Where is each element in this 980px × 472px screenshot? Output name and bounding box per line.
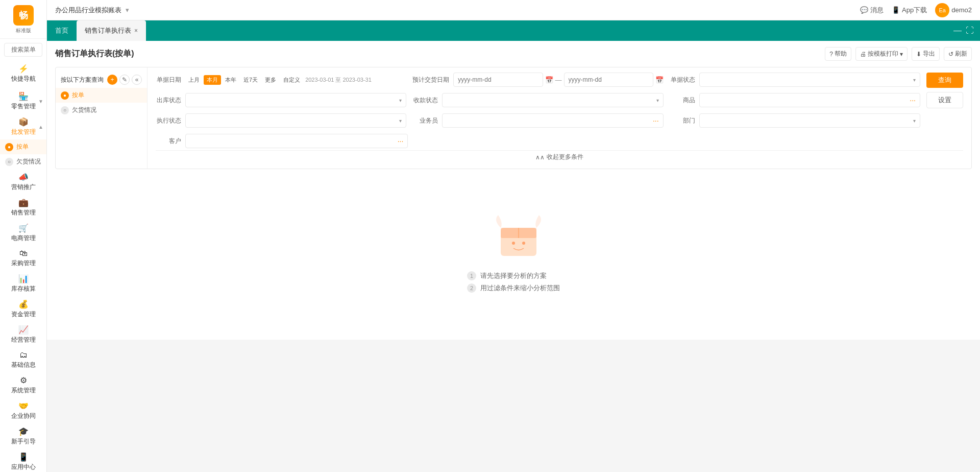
scheme-arrears-label: 欠货情况 <box>72 106 96 114</box>
empty-step-1: 1 请先选择要分析的方案 <box>467 271 560 280</box>
sidebar-item-quick-nav[interactable]: ⚡ 快捷导航 <box>0 61 46 86</box>
sidebar-item-system[interactable]: ⚙ 系统管理 <box>0 372 46 398</box>
edit-scheme-button[interactable]: ✎ <box>119 75 130 85</box>
operation-icon: 📈 <box>18 325 29 335</box>
header-right: 💬 消息 📱 App下载 Ea demo2 <box>860 3 972 17</box>
basic-icon: 🗂 <box>19 350 28 360</box>
tab-minimize-button[interactable]: — <box>953 26 962 35</box>
print-label: 按模板打印 <box>868 50 898 58</box>
filter-exec-status-field: 执行状态 ▾ <box>156 113 406 128</box>
sidebar-item-enterprise[interactable]: 🤝 企业协同 <box>0 398 46 423</box>
page-inner: 销售订单执行表(按单) ? 帮助 🖨 按模板打印 ▾ ⬇ 导出 <box>47 41 980 340</box>
tab-home-label: 首页 <box>55 26 68 35</box>
sub-order-label: 按单 <box>16 143 29 151</box>
calendar-end-icon[interactable]: 📅 <box>655 76 664 84</box>
refresh-button[interactable]: ↺ 刷新 <box>944 47 972 61</box>
system-label: 系统管理 <box>11 386 36 395</box>
settings-button[interactable]: 设置 <box>926 92 963 108</box>
sidebar-item-inventory[interactable]: 📊 库存核算 <box>0 271 46 296</box>
empty-state: 1 请先选择要分析的方案 2 用过滤条件来缩小分析范围 <box>55 169 972 334</box>
tab-close-icon[interactable]: × <box>134 27 138 34</box>
newbie-icon: 🎓 <box>18 427 29 436</box>
sidebar-item-appstore[interactable]: 📱 应用中心 <box>0 449 46 472</box>
date-dash: — <box>555 76 562 84</box>
page-title: 销售订单执行表(按单) <box>55 49 134 59</box>
out-status-select[interactable]: ▾ <box>185 93 406 107</box>
collapse-more-button[interactable]: ∧∧ 收起更多条件 <box>535 153 583 161</box>
sidebar-item-ecommerce[interactable]: 🛒 电商管理 <box>0 220 46 246</box>
salesperson-more-icon[interactable]: ··· <box>653 116 659 125</box>
exec-status-select[interactable]: ▾ <box>185 113 406 128</box>
export-button[interactable]: ⬇ 导出 <box>912 47 940 61</box>
expected-date-end-input[interactable] <box>564 73 653 87</box>
tab-fullscreen-button[interactable]: ⛶ <box>966 26 974 35</box>
message-action[interactable]: 💬 消息 <box>860 6 884 15</box>
breadcrumb-arrow[interactable]: ▾ <box>126 6 129 14</box>
product-more-icon[interactable]: ··· <box>910 96 916 104</box>
expected-date-label: 预计交货日期 <box>412 76 449 84</box>
salesperson-select[interactable]: ··· <box>442 113 663 128</box>
filter-out-status-field: 出库状态 ▾ <box>156 93 406 107</box>
user-profile-action[interactable]: Ea demo2 <box>935 3 972 17</box>
sidebar-item-retail[interactable]: 🏪 零售管理 ▼ <box>0 88 46 114</box>
scheme-arrears-item[interactable]: ○ 欠货情况 <box>56 103 147 117</box>
inventory-icon: 📊 <box>18 274 29 284</box>
date-tab-this-year[interactable]: 本年 <box>222 75 239 85</box>
filter-row-2: 出库状态 ▾ 收款状态 <box>156 93 920 107</box>
empty-svg <box>488 210 549 261</box>
export-icon: ⬇ <box>916 51 921 58</box>
tab-bar-actions: — ⛶ <box>953 26 980 35</box>
scheme-order-item[interactable]: ● 按单 <box>56 88 147 103</box>
sidebar-item-purchase[interactable]: 🛍 采购管理 <box>0 246 46 271</box>
search-button[interactable]: 查询 <box>926 73 963 88</box>
app-download-action[interactable]: 📱 App下载 <box>892 6 927 15</box>
customer-more-icon[interactable]: ··· <box>398 137 404 145</box>
marketing-icon: 📣 <box>18 172 29 182</box>
print-button[interactable]: 🖨 按模板打印 ▾ <box>855 47 908 61</box>
product-select[interactable]: ··· <box>699 93 920 107</box>
app-logo-icon: 畅 <box>13 5 34 26</box>
date-tab-more[interactable]: 更多 <box>262 75 279 85</box>
dept-select[interactable]: ▾ <box>699 113 920 128</box>
tab-sales-order[interactable]: 销售订单执行表 × <box>77 20 146 41</box>
page-title-row: 销售订单执行表(按单) ? 帮助 🖨 按模板打印 ▾ ⬇ 导出 <box>55 47 972 61</box>
sidebar-item-operation[interactable]: 📈 经营管理 <box>0 322 46 347</box>
search-menu-button[interactable]: 搜索菜单 <box>4 43 42 57</box>
purchase-icon: 🛍 <box>19 249 28 258</box>
sidebar-item-sales[interactable]: 💼 销售管理 <box>0 195 46 220</box>
date-tab-last-month[interactable]: 上月 <box>185 75 203 85</box>
dept-label: 部门 <box>670 116 695 125</box>
out-status-label: 出库状态 <box>156 96 181 105</box>
sidebar-sub-order-exec[interactable]: ● 按单 <box>0 139 46 154</box>
filter-receipt-status-field: 收款状态 ▾ <box>412 93 663 107</box>
calendar-start-icon[interactable]: 📅 <box>545 76 553 84</box>
tab-home[interactable]: 首页 <box>47 20 77 41</box>
sidebar-sub-arrears[interactable]: ○ 欠货情况 <box>0 154 46 169</box>
date-tab-this-month[interactable]: 本月 <box>204 75 221 85</box>
download-icon: 📱 <box>892 6 900 14</box>
exec-status-label: 执行状态 <box>156 116 181 125</box>
sidebar-item-basic[interactable]: 🗂 基础信息 <box>0 347 46 372</box>
sidebar-item-finance[interactable]: 💰 资金管理 <box>0 296 46 322</box>
user-name: demo2 <box>951 6 972 14</box>
filter-row-3: 执行状态 ▾ 业务员 <box>156 113 920 128</box>
help-button[interactable]: ? 帮助 <box>825 47 851 61</box>
sidebar-item-marketing[interactable]: 📣 营销推广 <box>0 169 46 195</box>
collapse-scheme-button[interactable]: « <box>132 75 142 85</box>
sidebar-item-newbie[interactable]: 🎓 新手引导 <box>0 423 46 449</box>
date-tab-last7[interactable]: 近7天 <box>240 75 261 85</box>
receipt-status-arrow: ▾ <box>656 98 659 103</box>
expected-date-start-input[interactable] <box>453 73 543 87</box>
date-tab-custom[interactable]: 自定义 <box>280 75 303 85</box>
finance-label: 资金管理 <box>11 310 36 319</box>
doc-status-select[interactable]: ▾ <box>699 73 920 87</box>
logo-subtext: 标准版 <box>16 27 31 34</box>
purchase-label: 采购管理 <box>11 259 36 268</box>
add-scheme-button[interactable]: + <box>107 75 117 85</box>
sidebar-item-wholesale[interactable]: 📦 批发管理 ▲ <box>0 114 46 139</box>
salesperson-label: 业务员 <box>412 116 438 125</box>
customer-select[interactable]: ··· <box>185 134 408 148</box>
wholesale-icon: 📦 <box>18 117 29 127</box>
receipt-status-select[interactable]: ▾ <box>442 93 663 107</box>
doc-status-arrow: ▾ <box>913 77 916 83</box>
